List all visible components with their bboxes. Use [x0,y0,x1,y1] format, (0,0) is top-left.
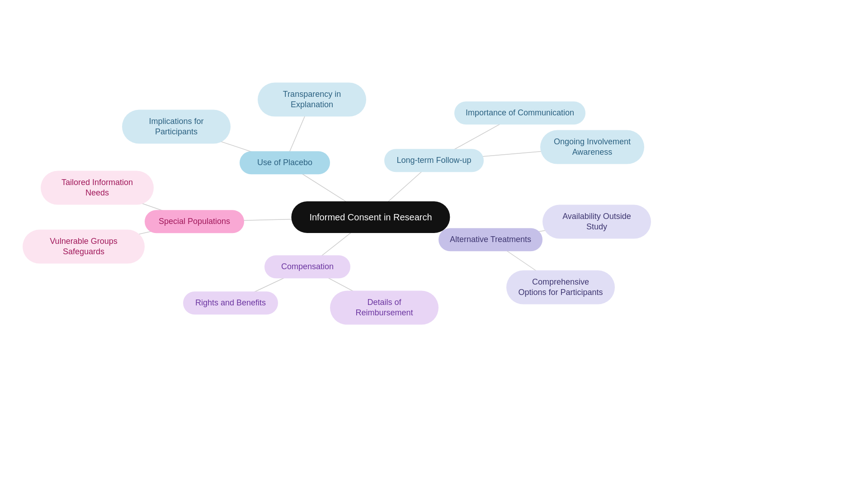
node-details-reimbursement[interactable]: Details of Reimbursement [330,291,439,325]
center-node[interactable]: Informed Consent in Research [291,201,450,233]
node-importance-communication[interactable]: Importance of Communication [454,101,585,124]
node-use-of-placebo[interactable]: Use of Placebo [240,151,330,174]
node-special-populations[interactable]: Special Populations [145,210,244,233]
node-transparency[interactable]: Transparency in Explanation [258,83,366,117]
node-long-term-followup[interactable]: Long-term Follow-up [384,149,484,172]
node-ongoing-involvement[interactable]: Ongoing InvolvementAwareness [540,130,644,164]
node-tailored-info[interactable]: Tailored Information Needs [41,171,154,205]
node-alternative-treatments[interactable]: Alternative Treatments [439,228,542,251]
node-vulnerable-groups[interactable]: Vulnerable Groups Safeguards [23,230,145,264]
node-rights-benefits[interactable]: Rights and Benefits [183,291,278,314]
node-comprehensive-options[interactable]: Comprehensive Options for Participants [506,271,615,304]
node-compensation[interactable]: Compensation [264,255,350,278]
mind-map-container: Informed Consent in ResearchUse of Place… [0,0,868,490]
node-availability-outside[interactable]: Availability Outside Study [542,205,651,239]
node-implications[interactable]: Implications for Participants [122,110,231,144]
